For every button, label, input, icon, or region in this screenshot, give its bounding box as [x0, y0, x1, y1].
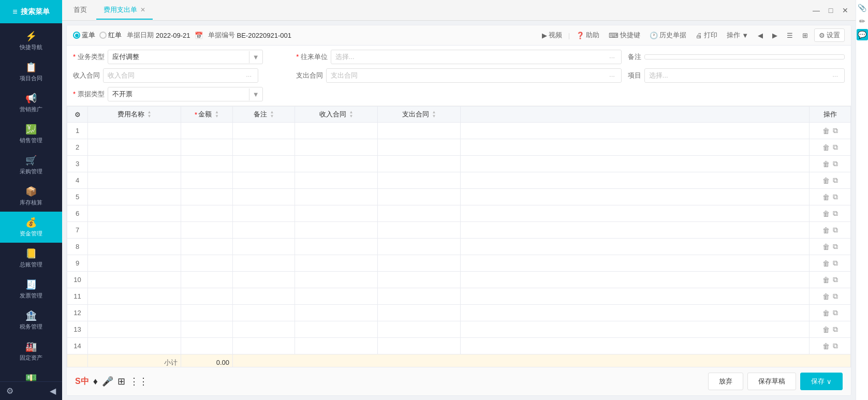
cell-name-14[interactable]	[88, 338, 181, 354]
delete-icon-1[interactable]: 🗑	[822, 127, 830, 135]
delete-icon-3[interactable]: 🗑	[822, 160, 830, 168]
cell-expense-2[interactable]	[378, 139, 461, 156]
cell-amount-7[interactable]	[181, 222, 233, 239]
cell-note-5[interactable]	[233, 189, 295, 205]
cell-extra-1[interactable]	[461, 123, 810, 139]
th-income-contract[interactable]: 收入合同 ▲▼	[295, 107, 378, 123]
th-note[interactable]: 备注 ▲▼	[233, 107, 295, 123]
cell-note-14[interactable]	[233, 338, 295, 354]
diamond-icon[interactable]: ♦	[93, 376, 98, 387]
cell-note-2[interactable]	[233, 139, 295, 156]
settings-icon[interactable]: ⚙	[6, 386, 13, 396]
edit-icon[interactable]: ✏	[857, 16, 868, 27]
cell-name-6[interactable]	[88, 205, 181, 222]
cell-amount-1[interactable]	[181, 123, 233, 139]
cell-name-3[interactable]	[88, 156, 181, 172]
delete-icon-4[interactable]: 🗑	[822, 176, 830, 185]
discard-button[interactable]: 放弃	[708, 373, 743, 390]
sidebar-item-purchase[interactable]: 🛒 采购管理	[0, 150, 62, 181]
sidebar-item-sales[interactable]: 💹 销售管理	[0, 118, 62, 150]
mic-icon[interactable]: 🎤	[102, 376, 113, 387]
cell-amount-5[interactable]	[181, 189, 233, 205]
delete-icon-10[interactable]: 🗑	[822, 276, 830, 284]
cell-expense-7[interactable]	[378, 222, 461, 239]
save-dropdown-arrow[interactable]: ∨	[827, 378, 832, 386]
cell-extra-7[interactable]	[461, 222, 810, 239]
cell-income-7[interactable]	[295, 222, 378, 239]
chat-icon[interactable]: 💬	[857, 29, 868, 40]
cell-income-13[interactable]	[295, 321, 378, 338]
copy-icon-7[interactable]: ⧉	[833, 226, 838, 234]
cell-extra-2[interactable]	[461, 139, 810, 156]
calendar-icon[interactable]: 📅	[195, 32, 203, 39]
cell-name-2[interactable]	[88, 139, 181, 156]
cell-note-13[interactable]	[233, 321, 295, 338]
invoice-type-select[interactable]: 不开票 ▼	[108, 87, 263, 101]
sidebar-item-ledger[interactable]: 📒 总账管理	[0, 243, 62, 274]
radio-red[interactable]: 红单	[99, 31, 122, 40]
cell-note-11[interactable]	[233, 288, 295, 305]
cell-expense-1[interactable]	[378, 123, 461, 139]
cell-extra-5[interactable]	[461, 189, 810, 205]
cell-name-12[interactable]	[88, 305, 181, 321]
expense-contract-input[interactable]: 支出合同 ···	[326, 68, 622, 83]
cell-expense-5[interactable]	[378, 189, 461, 205]
cell-amount-12[interactable]	[181, 305, 233, 321]
cell-income-14[interactable]	[295, 338, 378, 354]
cell-expense-12[interactable]	[378, 305, 461, 321]
cell-name-1[interactable]	[88, 123, 181, 139]
cell-expense-13[interactable]	[378, 321, 461, 338]
copy-icon-13[interactable]: ⧉	[833, 325, 838, 334]
copy-icon-10[interactable]: ⧉	[833, 275, 838, 284]
sidebar-item-quick-nav[interactable]: ⚡ 快捷导航	[0, 25, 62, 56]
shortcuts-btn[interactable]: ⌨ 快捷键	[606, 29, 643, 41]
prev-btn[interactable]: ◀	[755, 30, 766, 41]
cell-expense-3[interactable]	[378, 156, 461, 172]
delete-icon-13[interactable]: 🗑	[822, 325, 830, 334]
copy-icon-8[interactable]: ⧉	[833, 242, 838, 251]
copy-icon-4[interactable]: ⧉	[833, 176, 838, 185]
delete-icon-7[interactable]: 🗑	[822, 226, 830, 234]
save-button[interactable]: 保存 ∨	[800, 373, 843, 390]
print-btn[interactable]: 🖨 打印	[693, 29, 720, 41]
business-type-select[interactable]: 应付调整 ▼	[108, 50, 263, 64]
cell-amount-3[interactable]	[181, 156, 233, 172]
close-button[interactable]: ✕	[839, 4, 851, 17]
delete-icon-12[interactable]: 🗑	[822, 309, 830, 317]
cell-amount-2[interactable]	[181, 139, 233, 156]
sidebar-item-fixed-assets[interactable]: 🏭 固定资产	[0, 336, 62, 367]
th-expense-contract[interactable]: 支出合同 ▲▼	[378, 107, 461, 123]
setting-button[interactable]: ⚙ 设置	[814, 28, 845, 42]
cell-extra-9[interactable]	[461, 255, 810, 272]
radio-blue[interactable]: 蓝单	[73, 31, 95, 40]
cell-name-5[interactable]	[88, 189, 181, 205]
sidebar-item-inventory[interactable]: 📦 库存核算	[0, 181, 62, 212]
sidebar-item-invoice[interactable]: 🧾 发票管理	[0, 274, 62, 305]
th-amount[interactable]: *金额 ▲▼	[181, 107, 233, 123]
cell-income-2[interactable]	[295, 139, 378, 156]
cell-note-12[interactable]	[233, 305, 295, 321]
apps-icon[interactable]: ⋮⋮	[129, 376, 148, 387]
delete-icon-2[interactable]: 🗑	[822, 143, 830, 152]
cell-extra-11[interactable]	[461, 288, 810, 305]
cell-income-1[interactable]	[295, 123, 378, 139]
cell-name-8[interactable]	[88, 239, 181, 255]
remark-input[interactable]	[644, 54, 845, 60]
cell-income-11[interactable]	[295, 288, 378, 305]
cell-note-7[interactable]	[233, 222, 295, 239]
cell-amount-11[interactable]	[181, 288, 233, 305]
cell-note-10[interactable]	[233, 272, 295, 288]
cell-income-9[interactable]	[295, 255, 378, 272]
maximize-button[interactable]: □	[825, 4, 837, 17]
cell-extra-8[interactable]	[461, 239, 810, 255]
minimize-button[interactable]: —	[810, 4, 822, 17]
income-contract-input[interactable]: 收入合同 ···	[103, 68, 258, 83]
cell-amount-13[interactable]	[181, 321, 233, 338]
cell-expense-8[interactable]	[378, 239, 461, 255]
date-value[interactable]: 2022-09-21	[156, 32, 190, 39]
cell-name-10[interactable]	[88, 272, 181, 288]
help-btn[interactable]: ❓ 助助	[573, 29, 602, 41]
cell-expense-9[interactable]	[378, 255, 461, 272]
cell-amount-9[interactable]	[181, 255, 233, 272]
operations-btn[interactable]: 操作 ▼	[724, 29, 752, 41]
